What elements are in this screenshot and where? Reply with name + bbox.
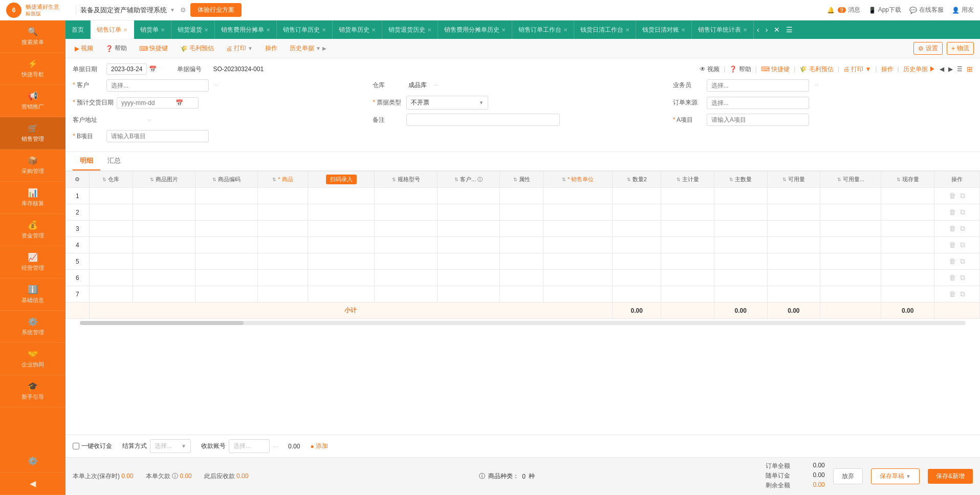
row-delete-5[interactable]: 🗑 <box>949 257 956 265</box>
view-btn[interactable]: ▶ 视频 <box>72 43 96 54</box>
tab-close-sales-shipment[interactable]: ✕ <box>161 27 165 33</box>
b-project-input[interactable] <box>106 130 209 142</box>
tab-sales-return[interactable]: 销货退货 ✕ <box>171 20 215 39</box>
tab-return-history[interactable]: 销货退货历史 ✕ <box>382 20 438 39</box>
fast-key-icon[interactable]: ⌨ 快捷键 <box>761 65 790 74</box>
tab-sales-order-history[interactable]: 销售订单历史 ✕ <box>277 20 333 39</box>
tab-close-shipment-history[interactable]: ✕ <box>372 27 376 33</box>
sidebar-item-guide[interactable]: 🎓 新手引导 <box>0 375 66 407</box>
th-spec[interactable]: ⇅规格型号 <box>375 171 437 188</box>
add-material-btn[interactable]: + 物流 <box>947 42 974 55</box>
sidebar-item-basic-info[interactable]: ℹ️ 基础信息 <box>0 278 66 311</box>
tab-summary[interactable]: 汇总 <box>100 152 128 170</box>
row-copy-3[interactable]: ⧉ <box>960 224 965 232</box>
delivery-date-input[interactable] <box>121 99 172 106</box>
payment-method-select[interactable]: 选择... ▼ <box>150 439 191 453</box>
tab-home[interactable]: 首页 <box>66 20 91 39</box>
sidebar-item-quick-nav[interactable]: ⚡ 快捷导航 <box>0 53 66 85</box>
app-download-btn[interactable]: 📱 App下载 <box>868 6 901 14</box>
th-settings[interactable]: ⚙ <box>66 171 90 188</box>
th-unit[interactable]: ⇅* 销售单位 <box>543 171 613 188</box>
ticket-arrow-icon[interactable]: ▼ <box>478 100 484 105</box>
tab-detail[interactable]: 明细 <box>73 152 100 170</box>
th-main-qty[interactable]: ⇅主数量 <box>714 171 767 188</box>
list-view-icon[interactable]: ☰ <box>957 66 963 73</box>
row-copy-7[interactable]: ⧉ <box>960 290 965 298</box>
a-project-input[interactable] <box>707 114 809 126</box>
sidebar-item-management[interactable]: 📈 经营管理 <box>0 246 66 278</box>
table-scrollbar[interactable] <box>80 321 966 325</box>
th-product[interactable]: ⇅* 商品 <box>258 171 308 188</box>
th-warehouse[interactable]: ⇅仓库 <box>89 171 133 188</box>
date-value[interactable]: 2023-03-24 <box>106 63 147 75</box>
profit-btn[interactable]: 🌾 毛利预估 <box>177 43 217 54</box>
row-delete-7[interactable]: 🗑 <box>949 290 956 298</box>
shortcut-btn[interactable]: ⌨ 快捷键 <box>136 43 171 54</box>
staff-dots[interactable]: ··· <box>814 82 818 88</box>
sidebar-item-search[interactable]: 🔍 搜索菜单 <box>0 20 66 53</box>
sidebar-item-enterprise[interactable]: 🤝 企业协同 <box>0 343 66 375</box>
help-form-icon[interactable]: ❓ 帮助 <box>729 65 751 74</box>
tab-sales-stats[interactable]: 销售订单统计表 ✕ <box>692 20 754 39</box>
row-copy-4[interactable]: ⧉ <box>960 241 965 249</box>
print-btn[interactable]: 🖨 打印 ▼ <box>223 43 256 54</box>
tab-sales-expense[interactable]: 销售费用分摊单 ✕ <box>215 20 277 39</box>
operation-btn[interactable]: 操作 <box>262 43 280 54</box>
tab-shipment-history[interactable]: 销货单历史 ✕ <box>333 20 382 39</box>
tab-close-sales-order[interactable]: ✕ <box>123 27 127 33</box>
tab-close-return-history[interactable]: ✕ <box>427 27 431 33</box>
address-dots[interactable]: ··· <box>147 117 151 123</box>
order-source-input[interactable] <box>707 97 809 109</box>
nav-form-left[interactable]: ◀ <box>940 66 944 73</box>
th-attr[interactable]: ⇅属性 <box>500 171 543 188</box>
customer-dots[interactable]: ··· <box>214 82 218 88</box>
calendar-icon[interactable]: 📅 <box>149 66 157 73</box>
th-current[interactable]: ⇅现存量 <box>881 171 934 188</box>
sidebar-item-marketing[interactable]: 📢 营销推广 <box>0 85 66 117</box>
column-settings-icon[interactable]: ⚙ <box>75 176 80 182</box>
history-form-icon[interactable]: 历史单据 ▶ <box>903 65 935 74</box>
info-footer-icon[interactable]: ⓘ <box>172 472 178 480</box>
tab-next-btn[interactable]: › <box>763 26 771 34</box>
tab-sales-workbench[interactable]: 销售订单工作台 ✕ <box>512 20 574 39</box>
tab-close-expense-history[interactable]: ✕ <box>502 27 506 33</box>
th-available2[interactable]: ⇅可用量... <box>820 171 881 188</box>
nav-form-right[interactable]: ▶ <box>948 66 953 73</box>
sidebar-item-purchase[interactable]: 📦 采购管理 <box>0 149 66 182</box>
tab-daily-workbench[interactable]: 钱货日清工作台 ✕ <box>574 20 636 39</box>
one-click-checkbox[interactable] <box>73 443 79 449</box>
tab-close-all-btn[interactable]: ✕ <box>771 26 783 34</box>
print-form-icon[interactable]: 🖨 打印 ▼ <box>843 65 872 74</box>
profit-form-icon[interactable]: 🌾 毛利预估 <box>799 65 833 74</box>
row-copy-6[interactable]: ⧉ <box>960 273 965 282</box>
th-qty2[interactable]: ⇅数量2 <box>613 171 661 188</box>
user-menu[interactable]: 👤 用友 <box>952 6 974 14</box>
tab-close-sales-return[interactable]: ✕ <box>204 27 208 33</box>
gear-icon[interactable]: ⚙ <box>180 6 186 14</box>
industry-btn[interactable]: 体验行业方案 <box>190 3 242 17</box>
goods-count-icon[interactable]: ⓘ <box>479 472 485 481</box>
add-payment-btn[interactable]: ● 添加 <box>310 442 328 450</box>
row-copy-5[interactable]: ⧉ <box>960 257 965 265</box>
tab-close-daily-reconcile[interactable]: ✕ <box>681 27 685 33</box>
warehouse-dots[interactable]: ··· <box>434 82 438 88</box>
th-customer-code[interactable]: ⇅客户... ⓘ <box>437 171 500 188</box>
tab-expense-history[interactable]: 销售费用分摊单历史 ✕ <box>438 20 512 39</box>
notification-btn[interactable]: 🔔 9 9 消息 <box>827 6 860 14</box>
sidebar-item-finance[interactable]: 💰 资金管理 <box>0 214 66 246</box>
sidebar-item-inventory[interactable]: 📊 库存核算 <box>0 182 66 214</box>
customer-input[interactable] <box>106 79 209 92</box>
form-settings-btn[interactable]: ⚙ ⚙ 设置 设置 <box>913 42 943 55</box>
info-col-icon[interactable]: ⓘ <box>477 177 483 182</box>
tab-sales-shipment[interactable]: 销货单 ✕ <box>134 20 171 39</box>
view-mode-icon[interactable]: 👁 视频 <box>700 65 720 74</box>
help-btn[interactable]: ❓ 帮助 <box>102 43 130 54</box>
tab-close-sales-workbench[interactable]: ✕ <box>563 27 568 33</box>
tab-close-sales-order-history[interactable]: ✕ <box>322 27 326 33</box>
bank-account-select[interactable]: 选择... <box>229 439 270 453</box>
th-image[interactable]: ⇅商品图片 <box>133 171 195 188</box>
tab-menu-btn[interactable]: ☰ <box>783 26 796 34</box>
payment-amount[interactable]: 0.00 <box>288 443 300 450</box>
tab-sales-order[interactable]: 销售订单 ✕ <box>91 20 134 39</box>
tab-prev-btn[interactable]: ‹ <box>754 26 763 34</box>
